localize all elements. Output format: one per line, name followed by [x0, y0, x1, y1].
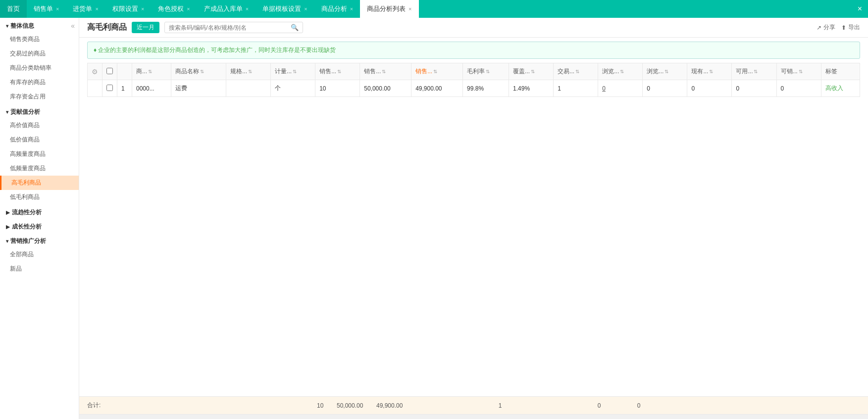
main-layout: « ▾ 整体信息 销售类商品 交易过的商品 商品分类助销率 有库存的商品 库存资… [0, 18, 868, 419]
sidebar-item-goods-assist[interactable]: 商品分类助销率 [0, 61, 79, 75]
settings-icon[interactable]: ⚙ [92, 68, 98, 76]
cell-seq: 1 [117, 80, 132, 97]
nav-templates[interactable]: 单据模板设置 × [255, 0, 314, 18]
group-overall-arrow: ▾ [6, 23, 8, 29]
col-saleable[interactable]: 可销...⇅ [776, 63, 821, 80]
close-analysis-tab[interactable]: × [350, 6, 353, 12]
sidebar-item-stock-capital[interactable]: 库存资金占用 [0, 90, 79, 104]
close-roles-tab[interactable]: × [187, 6, 190, 12]
sort-name-icon[interactable]: ⇅ [200, 69, 204, 74]
nav-sales[interactable]: 销售单 × [27, 0, 66, 18]
sort-current-stock-icon[interactable]: ⇅ [709, 69, 713, 74]
nav-products[interactable]: 产成品入库单 × [197, 0, 255, 18]
table-header-row: ⚙ 商...⇅ 商品名称⇅ 规格...⇅ 计量...⇅ 销售...⇅ 销售...… [88, 63, 860, 80]
close-permissions-tab[interactable]: × [141, 6, 144, 12]
export-button[interactable]: ⬆ 导出 [841, 23, 860, 32]
sort-spec-icon[interactable]: ⇅ [248, 69, 252, 74]
sort-sales-profit-icon[interactable]: ⇅ [433, 69, 437, 74]
footer-sales-amt: 50,000.00 [327, 402, 367, 409]
close-templates-tab[interactable]: × [304, 6, 307, 12]
sort-browse1-icon[interactable]: ⇅ [620, 69, 624, 74]
nav-analysis-list[interactable]: 商品分析列表 × [360, 0, 418, 18]
sidebar-group-growth[interactable]: ▶ 成长性分析 [0, 219, 79, 233]
sidebar-collapse-button[interactable]: « [71, 22, 75, 30]
sidebar-item-new-goods[interactable]: 新品 [0, 262, 79, 276]
sidebar-group-trend[interactable]: ▶ 流趋性分析 [0, 204, 79, 219]
close-sales-tab[interactable]: × [56, 6, 59, 12]
cell-trade-count: 1 [554, 80, 598, 97]
cell-name: 运费 [171, 80, 226, 97]
sidebar-item-all-goods[interactable]: 全部商品 [0, 247, 79, 262]
cell-settings [88, 80, 102, 97]
sidebar-item-traded-goods[interactable]: 交易过的商品 [0, 47, 79, 61]
sidebar-item-low-value[interactable]: 低价值商品 [0, 133, 79, 147]
footer-trade-count: 1 [466, 402, 506, 409]
nav-home[interactable]: 首页 [0, 0, 27, 18]
search-input[interactable] [169, 24, 291, 31]
sidebar-item-high-margin[interactable]: 高毛利商品 [0, 176, 79, 190]
sidebar-group-marketing[interactable]: ▾ 营销推广分析 [0, 233, 79, 247]
sort-browse2-icon[interactable]: ⇅ [664, 69, 668, 74]
col-trade-count[interactable]: 交易...⇅ [554, 63, 598, 80]
cell-browse1[interactable]: 0 [598, 80, 643, 97]
header-actions: ↗ 分享 ⬆ 导出 [817, 23, 860, 32]
time-filter-button[interactable]: 近一月 [132, 22, 159, 33]
col-browse2[interactable]: 浏览...⇅ [643, 63, 687, 80]
table-container: ⚙ 商...⇅ 商品名称⇅ 规格...⇅ 计量...⇅ 销售...⇅ 销售...… [79, 63, 868, 396]
col-tag[interactable]: 标签 [821, 63, 860, 80]
col-margin-rate[interactable]: 毛利率⇅ [463, 63, 509, 80]
col-name[interactable]: 商品名称⇅ [171, 63, 226, 80]
sidebar-group-financial[interactable]: ▾ 贡献值分析 [0, 104, 79, 118]
nav-purchase[interactable]: 进货单 × [66, 0, 105, 18]
cell-available: 0 [732, 80, 776, 97]
sort-coverage-icon[interactable]: ⇅ [531, 69, 535, 74]
col-available[interactable]: 可用...⇅ [732, 63, 776, 80]
cell-checkbox [102, 80, 117, 97]
cell-margin-rate: 99.8% [463, 80, 509, 97]
sort-saleable-icon[interactable]: ⇅ [799, 69, 803, 74]
col-current-stock[interactable]: 现有...⇅ [687, 63, 732, 80]
sidebar: « ▾ 整体信息 销售类商品 交易过的商品 商品分类助销率 有库存的商品 库存资… [0, 18, 79, 419]
sort-sales-amt-icon[interactable]: ⇅ [382, 69, 386, 74]
window-close-button[interactable]: × [852, 4, 868, 13]
nav-analysis[interactable]: 商品分析 × [314, 0, 360, 18]
sort-available-icon[interactable]: ⇅ [754, 69, 758, 74]
col-seq [117, 63, 132, 80]
close-analysis-list-tab[interactable]: × [408, 6, 411, 12]
sidebar-item-sales-goods[interactable]: 销售类商品 [0, 32, 79, 47]
horizontal-scrollbar[interactable] [79, 414, 868, 419]
cell-code: 0000... [132, 80, 171, 97]
sort-unit-icon[interactable]: ⇅ [293, 69, 297, 74]
sidebar-item-low-freq[interactable]: 低频量度商品 [0, 161, 79, 176]
cell-sales-amt: 50,000.00 [360, 80, 411, 97]
sidebar-group-overall[interactable]: ▾ 整体信息 [0, 18, 79, 32]
col-spec[interactable]: 规格...⇅ [226, 63, 271, 80]
close-purchase-tab[interactable]: × [95, 6, 98, 12]
footer-label: 合计: [87, 401, 101, 410]
nav-permissions[interactable]: 权限设置 × [105, 0, 151, 18]
sort-trade-count-icon[interactable]: ⇅ [575, 69, 579, 74]
col-settings[interactable]: ⚙ [88, 63, 102, 80]
sort-margin-rate-icon[interactable]: ⇅ [486, 69, 490, 74]
goods-table: ⚙ 商...⇅ 商品名称⇅ 规格...⇅ 计量...⇅ 销售...⇅ 销售...… [87, 63, 860, 97]
col-unit[interactable]: 计量...⇅ [271, 63, 315, 80]
col-coverage[interactable]: 覆盖...⇅ [509, 63, 554, 80]
col-sales-qty[interactable]: 销售...⇅ [315, 63, 360, 80]
sidebar-item-high-freq[interactable]: 高频量度商品 [0, 147, 79, 161]
col-browse1[interactable]: 浏览...⇅ [598, 63, 643, 80]
select-all-checkbox[interactable] [106, 68, 113, 74]
share-icon: ↗ [817, 24, 821, 31]
sort-code-icon[interactable]: ⇅ [148, 69, 152, 74]
col-code[interactable]: 商...⇅ [132, 63, 171, 80]
share-button[interactable]: ↗ 分享 [817, 23, 835, 32]
close-products-tab[interactable]: × [246, 6, 249, 12]
search-icon[interactable]: 🔍 [291, 24, 299, 31]
col-sales-profit[interactable]: 销售...⇅ [411, 63, 463, 80]
sidebar-item-stocked-goods[interactable]: 有库存的商品 [0, 75, 79, 90]
sidebar-item-low-margin[interactable]: 低毛利商品 [0, 190, 79, 204]
sidebar-item-high-value[interactable]: 高价值商品 [0, 118, 79, 133]
sort-sales-qty-icon[interactable]: ⇅ [337, 69, 341, 74]
row-checkbox-0[interactable] [106, 85, 113, 91]
col-sales-amt[interactable]: 销售...⇅ [360, 63, 411, 80]
nav-roles[interactable]: 角色授权 × [151, 0, 197, 18]
